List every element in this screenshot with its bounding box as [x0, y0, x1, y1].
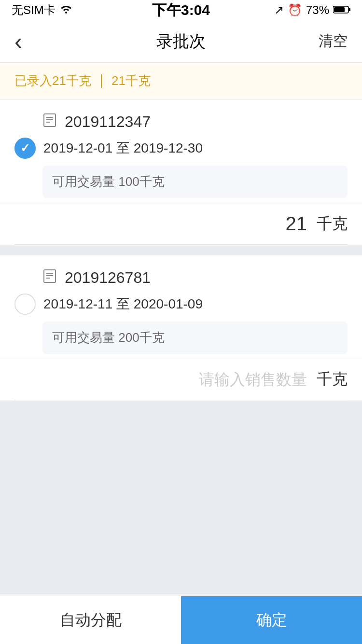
info-banner: 已录入21千克 21千克	[0, 63, 362, 99]
svg-rect-2	[334, 7, 345, 12]
auto-distribute-button[interactable]: 自动分配	[0, 596, 181, 644]
empty-area	[0, 401, 362, 594]
batch2-input-wrap	[14, 371, 307, 389]
batch2-header: 2019126781	[0, 255, 362, 292]
batch-card-2: 2019126781 2019-12-11 至 2020-01-09 可用交易量…	[0, 255, 362, 400]
svg-rect-1	[348, 8, 350, 11]
batch1-number: 2019112347	[65, 113, 151, 131]
batch2-quantity-row: 千克	[0, 359, 362, 400]
battery-percentage: 73%	[306, 3, 329, 17]
batch2-underline	[14, 400, 348, 400]
location-icon: ↗	[274, 3, 284, 17]
batch1-date-row[interactable]: 2019-12-01 至 2019-12-30	[0, 136, 362, 164]
sim-label: 无SIM卡	[12, 2, 56, 18]
nav-bar: ‹ 录批次 清空	[0, 20, 362, 63]
batch1-radio[interactable]	[14, 138, 36, 159]
batch2-quantity-input[interactable]	[162, 371, 307, 389]
battery-icon	[333, 3, 350, 17]
recorded-amount: 已录入21千克	[14, 72, 91, 89]
batch-card-1: 2019112347 2019-12-01 至 2019-12-30 可用交易量…	[0, 99, 362, 245]
status-left: 无SIM卡	[12, 2, 73, 18]
alarm-icon: ⏰	[288, 3, 302, 17]
batch2-radio[interactable]	[14, 294, 36, 315]
batch1-quantity-row: 21 千克	[0, 203, 362, 244]
batch1-underline	[14, 244, 348, 245]
wifi-icon	[59, 3, 73, 17]
batch1-date: 2019-12-01 至 2019-12-30	[43, 139, 203, 157]
clear-button[interactable]: 清空	[319, 31, 348, 51]
batch2-icon	[42, 269, 57, 287]
status-bar: 无SIM卡 下午3:04 ↗ ⏰ 73%	[0, 0, 362, 20]
batch1-header: 2019112347	[0, 99, 362, 136]
back-button[interactable]: ‹	[14, 28, 43, 55]
batch1-quantity-value: 21	[286, 213, 307, 235]
batch2-available: 可用交易量 200千克	[42, 322, 348, 354]
bottom-bar: 自动分配 确定	[0, 596, 362, 644]
total-amount: 21千克	[111, 72, 151, 89]
status-time: 下午3:04	[152, 0, 210, 20]
info-divider	[101, 74, 102, 88]
batch1-quantity-unit: 千克	[317, 213, 348, 235]
page-title: 录批次	[156, 30, 206, 53]
section-separator-1	[0, 246, 362, 255]
batch1-icon	[42, 113, 57, 131]
batch1-available: 可用交易量 100千克	[42, 166, 348, 198]
confirm-button[interactable]: 确定	[181, 596, 362, 644]
batch2-number: 2019126781	[65, 269, 151, 287]
status-right: ↗ ⏰ 73%	[274, 3, 350, 17]
batch2-date-row[interactable]: 2019-12-11 至 2020-01-09	[0, 292, 362, 320]
batch2-quantity-unit: 千克	[317, 369, 348, 390]
batch2-date: 2019-12-11 至 2020-01-09	[43, 295, 203, 313]
